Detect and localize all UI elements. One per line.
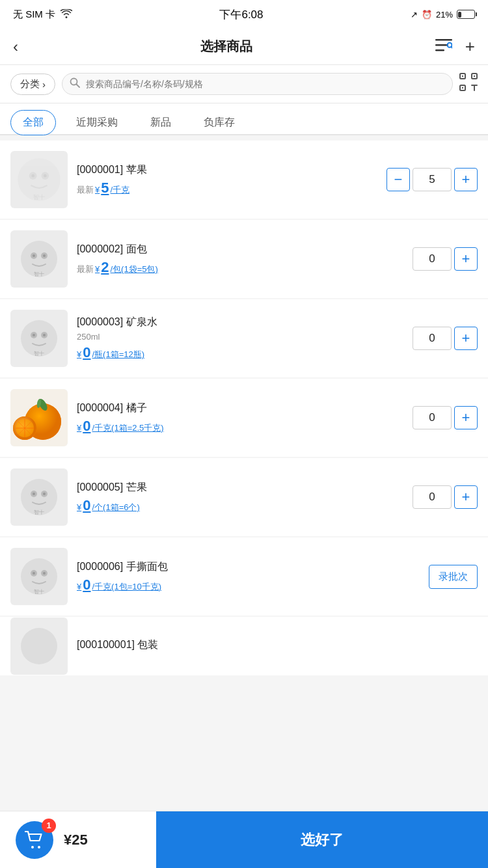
- cart-button[interactable]: 1: [16, 821, 53, 859]
- product-name-5: [0000005] 芒果: [77, 481, 403, 495]
- product-name-4: [0000004] 橘子: [77, 401, 403, 415]
- quantity-input-3[interactable]: [413, 327, 452, 350]
- tab-row: 全部 近期采购 新品 负库存: [0, 103, 488, 135]
- status-right: ↗ ⏰ 21%: [411, 10, 475, 20]
- product-spec-3: 250ml: [77, 332, 403, 342]
- scan-button[interactable]: [459, 73, 478, 95]
- product-info-1: [0000001] 苹果 最新 ¥5/千克: [77, 163, 377, 197]
- page-title: 选择商品: [200, 38, 252, 55]
- table-row: [0000004] 橘子 ¥0/千克(1箱=2.5千克) +: [0, 379, 488, 457]
- filter-button[interactable]: [435, 38, 452, 56]
- product-price-3: ¥0/瓶(1箱=12瓶): [77, 344, 403, 361]
- table-row: [000100001] 包装: [0, 617, 488, 675]
- product-list: 智十 [0000001] 苹果 最新 ¥5/千克 − +: [0, 141, 488, 742]
- product-name-3: [0000003] 矿泉水: [77, 316, 403, 329]
- product-info-7: [000100001] 包装: [77, 638, 478, 655]
- svg-point-30: [33, 334, 35, 336]
- quantity-input-1[interactable]: [413, 168, 452, 191]
- product-price-5: ¥0/个(1箱=6个): [77, 497, 403, 514]
- svg-point-18: [31, 174, 34, 178]
- svg-point-58: [31, 846, 34, 848]
- product-name-1: [0000001] 苹果: [77, 163, 377, 177]
- product-name-7: [000100001] 包装: [77, 638, 478, 652]
- quantity-input-5[interactable]: [413, 485, 452, 509]
- tab-recent[interactable]: 近期采购: [64, 110, 130, 135]
- product-price-6: ¥0/千克(1包=10千克): [77, 576, 420, 593]
- svg-rect-12: [462, 87, 463, 88]
- quantity-ctrl-2: +: [413, 247, 478, 271]
- carrier-text: 无 SIM 卡: [13, 8, 55, 21]
- decrease-button-1[interactable]: −: [386, 168, 410, 191]
- product-image-6: 智十: [10, 548, 68, 605]
- product-price-2: 最新 ¥2/包(1袋=5包): [77, 259, 403, 276]
- svg-text:智十: 智十: [34, 271, 44, 277]
- table-row: 智十 [0000006] 手撕面包 ¥0/千克(1包=10千克) 录批次: [0, 537, 488, 616]
- table-row: 智十 [0000003] 矿泉水 250ml ¥0/瓶(1箱=12瓶) +: [0, 299, 488, 377]
- svg-rect-1: [435, 44, 448, 46]
- product-name-2: [0000002] 面包: [77, 243, 403, 256]
- confirm-button[interactable]: 选好了: [156, 811, 488, 869]
- cart-total: ¥25: [64, 832, 88, 848]
- search-input[interactable]: [62, 73, 453, 95]
- quantity-ctrl-3: +: [413, 327, 478, 350]
- product-name-6: [0000006] 手撕面包: [77, 560, 420, 574]
- table-row: 智十 [0000002] 面包 最新 ¥2/包(1袋=5包) +: [0, 220, 488, 298]
- svg-point-31: [43, 334, 46, 336]
- add-button[interactable]: +: [465, 36, 475, 57]
- product-image-2: 智十: [10, 230, 68, 288]
- svg-point-24: [33, 254, 35, 257]
- table-row: 智十 [0000001] 苹果 最新 ¥5/千克 − +: [0, 141, 488, 219]
- svg-point-19: [44, 174, 47, 178]
- increase-button-2[interactable]: +: [454, 247, 478, 271]
- product-image-1: 智十: [10, 151, 68, 208]
- product-image-5: 智十: [10, 468, 68, 526]
- cart-section: 1 ¥25: [0, 821, 156, 859]
- svg-point-54: [33, 572, 35, 575]
- tab-new[interactable]: 新品: [138, 110, 183, 135]
- product-price-1: 最新 ¥5/千克: [77, 180, 377, 197]
- status-bar: 无 SIM 卡 下午6:08 ↗ ⏰ 21%: [0, 0, 488, 29]
- batch-button-6[interactable]: 录批次: [429, 565, 478, 589]
- alarm-icon: ⏰: [422, 10, 432, 20]
- svg-point-48: [33, 493, 35, 495]
- category-label: 分类: [20, 78, 40, 90]
- product-image-4: [10, 389, 68, 446]
- search-wrapper: [62, 73, 453, 95]
- svg-line-6: [77, 85, 80, 88]
- svg-point-25: [43, 254, 46, 257]
- svg-text:智十: 智十: [34, 509, 44, 515]
- quantity-input-4[interactable]: [413, 406, 452, 429]
- increase-button-3[interactable]: +: [454, 327, 478, 350]
- svg-rect-10: [462, 75, 463, 77]
- svg-point-55: [43, 572, 46, 575]
- svg-point-57: [21, 628, 57, 664]
- product-info-6: [0000006] 手撕面包 ¥0/千克(1包=10千克): [77, 560, 420, 593]
- product-info-5: [0000005] 芒果 ¥0/个(1箱=6个): [77, 481, 403, 514]
- location-icon: ↗: [411, 10, 418, 20]
- battery-icon: [457, 10, 475, 19]
- svg-point-49: [43, 493, 46, 495]
- quantity-input-2[interactable]: [413, 247, 452, 271]
- svg-rect-0: [435, 39, 452, 41]
- wifi-icon: [61, 9, 72, 20]
- back-button[interactable]: ‹: [13, 38, 18, 56]
- svg-rect-2: [435, 49, 444, 51]
- increase-button-1[interactable]: +: [454, 168, 478, 191]
- quantity-ctrl-5: +: [413, 485, 478, 509]
- category-button[interactable]: 分类 ›: [10, 74, 55, 95]
- tab-negative[interactable]: 负库存: [191, 110, 247, 135]
- increase-button-4[interactable]: +: [454, 406, 478, 429]
- product-image-3: 智十: [10, 310, 68, 367]
- product-info-3: [0000003] 矿泉水 250ml ¥0/瓶(1箱=12瓶): [77, 316, 403, 361]
- search-row: 分类 ›: [0, 65, 488, 103]
- table-row: 智十 [0000005] 芒果 ¥0/个(1箱=6个) +: [0, 458, 488, 536]
- quantity-ctrl-4: +: [413, 406, 478, 429]
- battery-text: 21%: [436, 10, 453, 20]
- search-icon: [70, 77, 80, 90]
- increase-button-5[interactable]: +: [454, 485, 478, 509]
- product-info-4: [0000004] 橘子 ¥0/千克(1箱=2.5千克): [77, 401, 403, 435]
- nav-bar: ‹ 选择商品 +: [0, 29, 488, 65]
- tab-all[interactable]: 全部: [10, 110, 56, 135]
- product-image-7: [10, 617, 68, 675]
- product-info-2: [0000002] 面包 最新 ¥2/包(1袋=5包): [77, 243, 403, 276]
